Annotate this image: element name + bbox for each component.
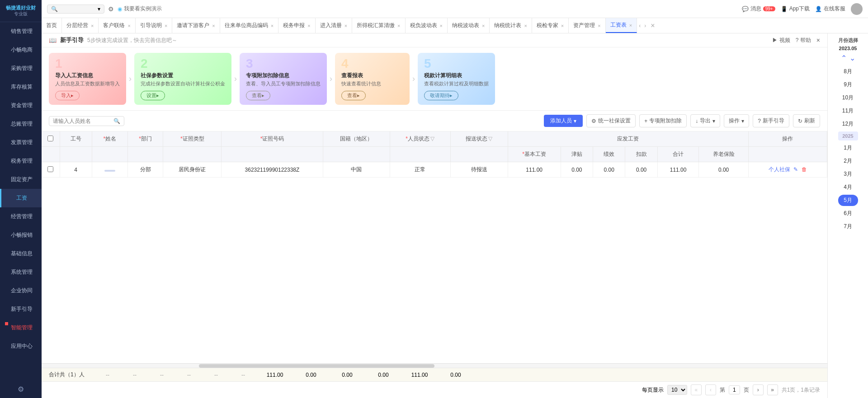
demo-link[interactable]: ◉ 我要看实例演示: [118, 5, 162, 13]
sidebar-item-ecommerce[interactable]: 小畅电商: [0, 41, 42, 59]
tab-guide-desc[interactable]: 引导说明×: [136, 18, 172, 33]
page-last-btn[interactable]: »: [767, 384, 778, 395]
avatar[interactable]: [851, 3, 863, 15]
row-action-social[interactable]: 个人社保: [769, 166, 790, 173]
page-first-btn[interactable]: «: [691, 384, 702, 395]
app-download-button[interactable]: 📱 App下载: [781, 5, 810, 13]
search-input[interactable]: [53, 118, 112, 124]
sidebar-item-inventory[interactable]: 库存核算: [0, 78, 42, 96]
sidebar-item-smart[interactable]: 智能管理: [0, 318, 42, 337]
step-2-btn[interactable]: 设置▸: [141, 91, 165, 100]
online-service-button[interactable]: 👤 在线客服: [815, 5, 845, 13]
month-12[interactable]: 12月: [838, 118, 858, 130]
gear-icon[interactable]: ⚙: [5, 385, 37, 393]
sidebar-item-operations[interactable]: 经营管理: [0, 207, 42, 226]
month-7[interactable]: 7月: [838, 221, 858, 232]
tab-close-stat[interactable]: ×: [524, 23, 527, 28]
status-filter-icon[interactable]: ▽: [430, 136, 434, 142]
month-9[interactable]: 9月: [838, 79, 858, 90]
sidebar-item-invoice[interactable]: 发票管理: [0, 133, 42, 152]
month-4[interactable]: 4月: [838, 182, 858, 193]
sidebar-item-collab[interactable]: 企业协同: [0, 281, 42, 300]
tab-close-wave[interactable]: ×: [482, 23, 485, 28]
tab-close-assets[interactable]: ×: [598, 23, 600, 28]
tab-close-income[interactable]: ×: [397, 23, 400, 28]
sidebar-item-apps[interactable]: 应用中心: [0, 337, 42, 356]
month-8[interactable]: 8月: [838, 66, 858, 77]
tab-assets[interactable]: 资产管理×: [569, 18, 605, 33]
month-11[interactable]: 11月: [838, 105, 858, 117]
tab-prev-nav[interactable]: ‹: [637, 23, 642, 29]
tab-tax-expert[interactable]: 税检专家×: [532, 18, 569, 33]
month-10[interactable]: 10月: [838, 92, 858, 103]
tab-close-product[interactable]: ×: [271, 23, 274, 28]
page-current[interactable]: 1: [729, 385, 740, 394]
topbar-dropdown-icon[interactable]: ▾: [98, 6, 100, 12]
month-2[interactable]: 2月: [838, 155, 858, 167]
tab-tax-report[interactable]: 税务申报×: [278, 18, 315, 33]
topbar-search-input[interactable]: [60, 6, 96, 12]
step-5-btn[interactable]: 敬请期待▸: [424, 91, 458, 100]
tab-close-salary[interactable]: ×: [629, 23, 632, 28]
month-6[interactable]: 6月: [838, 208, 858, 219]
sidebar-item-system[interactable]: 系统管理: [0, 263, 42, 281]
tab-tax-stat[interactable]: 纳税统计表×: [490, 18, 532, 33]
scrollbar-thumb[interactable]: [199, 364, 434, 368]
page-size-select[interactable]: 10 20 50: [667, 385, 687, 395]
row-checkbox[interactable]: [47, 166, 53, 172]
tab-close-all[interactable]: ×: [648, 22, 657, 30]
month-3[interactable]: 3月: [838, 169, 858, 180]
sidebar-item-purchase[interactable]: 采购管理: [0, 59, 42, 78]
select-all-checkbox[interactable]: [47, 136, 53, 141]
new-guide-button[interactable]: ? 新手引导: [753, 114, 789, 127]
step-1-btn[interactable]: 导入▸: [55, 91, 80, 100]
topbar-settings-icon[interactable]: ⚙: [108, 5, 114, 13]
sidebar-item-basic-info[interactable]: 基础信息: [0, 244, 42, 263]
tab-close-tier[interactable]: ×: [91, 23, 94, 28]
tab-salary-table[interactable]: 工资表×: [606, 18, 637, 33]
operations-button[interactable]: 操作 ▾: [724, 114, 749, 127]
month-up-btn[interactable]: ⌃: [840, 53, 848, 63]
sidebar-item-guide[interactable]: 新手引导: [0, 300, 42, 318]
tab-close-guide[interactable]: ×: [165, 23, 167, 28]
tab-tier-management[interactable]: 分层经营×: [62, 18, 99, 33]
refresh-button[interactable]: ↻ 刷新: [793, 114, 820, 127]
row-action-edit[interactable]: ✎: [793, 166, 798, 173]
sidebar-item-expenses[interactable]: 小畅报销: [0, 226, 42, 244]
sidebar-item-fixed-assets[interactable]: 固定资产: [0, 170, 42, 189]
tab-tax-wave[interactable]: 纳税波动表×: [448, 18, 490, 33]
sidebar-item-sales[interactable]: 销售管理: [0, 22, 42, 41]
guide-close-icon[interactable]: ×: [816, 37, 820, 44]
tab-close-burden[interactable]: ×: [440, 23, 443, 28]
tab-close-tax[interactable]: ×: [307, 23, 310, 28]
sidebar-item-salary[interactable]: 工资: [0, 189, 42, 207]
special-deduction-button[interactable]: + 专项附加扣除: [639, 114, 687, 127]
guide-help-link[interactable]: ? 帮助: [796, 37, 811, 44]
row-action-delete[interactable]: 🗑: [802, 166, 807, 173]
tab-home[interactable]: 首页: [42, 18, 62, 33]
tab-next-nav[interactable]: ›: [642, 23, 648, 29]
month-5[interactable]: 5月: [838, 195, 858, 206]
step-3-btn[interactable]: 查看▸: [246, 91, 270, 100]
sidebar-item-tax[interactable]: 税务管理: [0, 152, 42, 170]
step-4-btn[interactable]: 查看▸: [341, 91, 366, 100]
tab-close-expert[interactable]: ×: [561, 23, 564, 28]
export-button[interactable]: ↓ 导出 ▾: [690, 114, 720, 127]
tab-customer[interactable]: 客户联络×: [99, 18, 135, 33]
month-1[interactable]: 1月: [838, 142, 858, 154]
tab-invite[interactable]: 邀请下游客户×: [172, 18, 220, 33]
sidebar-item-finance[interactable]: 资金管理: [0, 96, 42, 115]
sidebar-item-ledger[interactable]: 总账管理: [0, 115, 42, 133]
tab-close-clearance[interactable]: ×: [344, 23, 347, 28]
unified-setting-button[interactable]: ⚙ 统一社保设置: [586, 114, 636, 127]
tab-income-tax[interactable]: 所得税汇算清缴×: [352, 18, 405, 33]
search-icon[interactable]: 🔍: [113, 118, 120, 124]
page-prev-btn[interactable]: ‹: [705, 384, 716, 395]
report-filter-icon[interactable]: ▽: [488, 136, 492, 142]
message-button[interactable]: 💬 消息 99+: [742, 5, 775, 13]
tab-close-invite[interactable]: ×: [212, 23, 215, 28]
tab-close-customer[interactable]: ×: [127, 23, 130, 28]
tab-product-code[interactable]: 往来单位商品编码×: [220, 18, 278, 33]
tab-clearance[interactable]: 进入清册×: [316, 18, 352, 33]
page-next-btn[interactable]: ›: [753, 384, 764, 395]
